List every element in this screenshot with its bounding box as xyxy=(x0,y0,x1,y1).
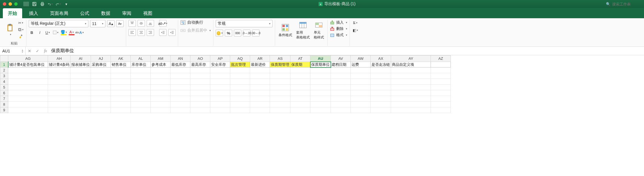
cell-AX8[interactable] xyxy=(371,102,391,107)
search-input[interactable] xyxy=(612,2,641,6)
cell-AN8[interactable] xyxy=(171,102,190,107)
cell-AH3[interactable] xyxy=(48,73,70,79)
cell-AS2[interactable] xyxy=(270,67,290,73)
cell-AQ5[interactable] xyxy=(230,85,250,90)
cell-AX4[interactable] xyxy=(371,79,391,85)
cell-AM8[interactable] xyxy=(151,102,171,107)
cell-AM7[interactable] xyxy=(151,96,171,102)
increase-decimal-button[interactable]: .0→.00 xyxy=(243,30,250,36)
cell-AW6[interactable] xyxy=(351,90,371,96)
cell-AJ5[interactable] xyxy=(91,85,111,90)
tab-审阅[interactable]: 审阅 xyxy=(117,8,136,18)
col-header-AT[interactable]: AT xyxy=(290,56,310,62)
cell-AT9[interactable] xyxy=(290,107,310,113)
cell-AW5[interactable] xyxy=(351,85,371,90)
cell-AI8[interactable] xyxy=(70,102,91,107)
cell-AK8[interactable] xyxy=(111,102,131,107)
cell-AR4[interactable] xyxy=(250,79,270,85)
cell-AT1[interactable]: 保质期 xyxy=(290,62,310,67)
cell-AG6[interactable] xyxy=(8,90,48,96)
align-left-button[interactable] xyxy=(128,29,136,36)
cell-AO4[interactable] xyxy=(190,79,210,85)
cell-AL1[interactable]: 库存单位 xyxy=(131,62,151,67)
cell-AT8[interactable] xyxy=(290,102,310,107)
cell-AP7[interactable] xyxy=(210,96,230,102)
cell-AS6[interactable] xyxy=(270,90,290,96)
number-format-combo[interactable]: 常规▾ xyxy=(216,20,273,27)
cell-AJ2[interactable] xyxy=(91,67,111,73)
cell-AT7[interactable] xyxy=(290,96,310,102)
col-header-AK[interactable]: AK xyxy=(111,56,131,62)
cell-AP9[interactable] xyxy=(210,107,230,113)
cell-AW8[interactable] xyxy=(351,102,371,107)
cell-AX9[interactable] xyxy=(371,107,391,113)
row-header-4[interactable]: 4 xyxy=(0,79,8,85)
col-header-AR[interactable]: AR xyxy=(250,56,270,62)
decrease-font-button[interactable]: A▾ xyxy=(116,20,124,27)
cell-AL6[interactable] xyxy=(131,90,151,96)
zoom-window-button[interactable] xyxy=(14,2,18,6)
cell-AT3[interactable] xyxy=(290,73,310,79)
cell-AZ5[interactable] xyxy=(431,85,451,90)
border-button[interactable]: ▾ xyxy=(53,30,59,35)
cell-AQ7[interactable] xyxy=(230,96,250,102)
save-icon[interactable] xyxy=(32,1,37,7)
cell-AK3[interactable] xyxy=(111,73,131,79)
sheet-search[interactable]: 🔍 xyxy=(603,2,644,6)
cell-AY4[interactable] xyxy=(391,79,431,85)
cell-AI7[interactable] xyxy=(70,96,91,102)
cell-AL8[interactable] xyxy=(131,102,151,107)
cell-AT6[interactable] xyxy=(290,90,310,96)
align-middle-button[interactable] xyxy=(138,20,145,27)
cell-AK9[interactable] xyxy=(111,107,131,113)
cell-AU8[interactable] xyxy=(310,102,331,107)
cell-AQ2[interactable] xyxy=(230,67,250,73)
percent-button[interactable]: % xyxy=(225,30,232,36)
cell-AT4[interactable] xyxy=(290,79,310,85)
col-header-AQ[interactable]: AQ xyxy=(230,56,250,62)
row-header-9[interactable]: 9 xyxy=(0,107,8,113)
tab-开始[interactable]: 开始 xyxy=(3,8,22,18)
cell-AR7[interactable] xyxy=(250,96,270,102)
cell-AJ9[interactable] xyxy=(91,107,111,113)
col-header-AJ[interactable]: AJ xyxy=(91,56,111,62)
cell-AP4[interactable] xyxy=(210,79,230,85)
tab-视图[interactable]: 视图 xyxy=(138,8,157,18)
cell-AJ7[interactable] xyxy=(91,96,111,102)
cell-AG9[interactable] xyxy=(8,107,48,113)
print-icon[interactable] xyxy=(40,1,45,7)
cell-AR8[interactable] xyxy=(250,102,270,107)
autosum-button[interactable]: Σ▾ xyxy=(352,20,358,26)
underline-button[interactable]: U▾ xyxy=(45,30,51,35)
cell-AQ9[interactable] xyxy=(230,107,250,113)
cell-AN5[interactable] xyxy=(171,85,190,90)
insert-function-button[interactable]: fx xyxy=(41,49,49,53)
comma-button[interactable]: 000 xyxy=(234,30,241,36)
col-header-AM[interactable]: AM xyxy=(151,56,171,62)
cell-AH8[interactable] xyxy=(48,102,70,107)
cell-AM3[interactable] xyxy=(151,73,171,79)
cell-AR6[interactable] xyxy=(250,90,270,96)
cell-AI9[interactable] xyxy=(70,107,91,113)
cell-AP1[interactable]: 安全库存 xyxy=(210,62,230,67)
cell-AH6[interactable] xyxy=(48,90,70,96)
cell-AH1[interactable]: 辅计量4条码 xyxy=(48,62,70,67)
cell-AO6[interactable] xyxy=(190,90,210,96)
col-header-AO[interactable]: AO xyxy=(190,56,210,62)
col-header-AY[interactable]: AY xyxy=(391,56,431,62)
font-size-combo[interactable]: 11▾ xyxy=(90,20,105,27)
cell-AQ8[interactable] xyxy=(230,102,250,107)
cell-AX2[interactable] xyxy=(371,67,391,73)
font-color-button[interactable]: A▾ xyxy=(68,30,75,35)
col-header-AN[interactable]: AN xyxy=(171,56,190,62)
cell-AV7[interactable] xyxy=(331,96,351,102)
undo-button[interactable]: ▾ xyxy=(48,1,53,7)
cell-AM1[interactable]: 参考成本 xyxy=(151,62,171,67)
name-box[interactable]: AU1 ▴▾ xyxy=(0,47,26,55)
delete-cells-button[interactable]: 删除▾ xyxy=(330,26,347,31)
cell-AK1[interactable]: 销售单位 xyxy=(111,62,131,67)
cancel-formula-button[interactable]: ✕ xyxy=(26,49,34,53)
cell-AG5[interactable] xyxy=(8,85,48,90)
cell-styles-button[interactable]: 单元 格样式 xyxy=(313,20,325,40)
cell-AV6[interactable] xyxy=(331,90,351,96)
